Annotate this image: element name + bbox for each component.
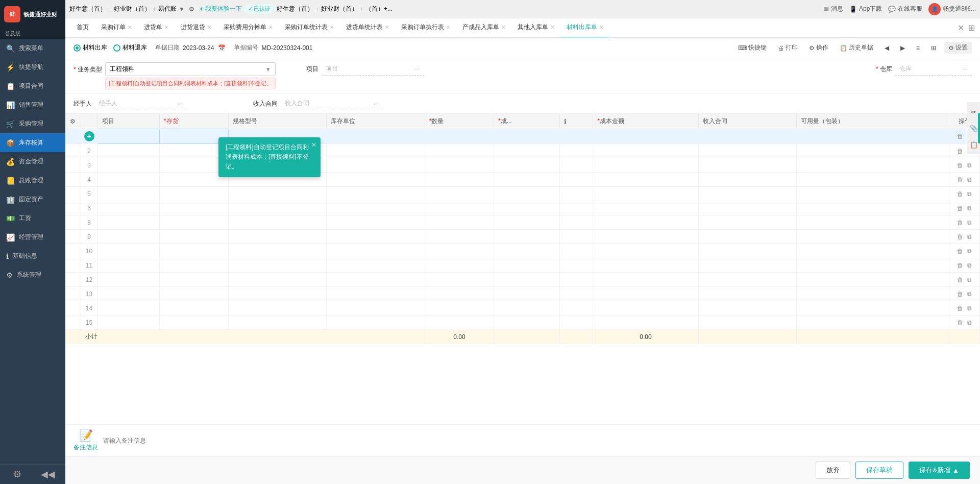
row-cell[interactable] [698,158,796,173]
row-cell[interactable] [229,215,327,230]
row-cell[interactable] [698,201,796,215]
row-cell[interactable] [425,316,494,330]
tooltip-close-btn[interactable]: ✕ [311,140,316,150]
row-cell[interactable] [593,301,698,316]
row-cell[interactable] [97,316,159,330]
sidebar-item-nav[interactable]: ⚡ 快捷导航 [0,58,65,77]
delete-row-icon[interactable]: 🗑 [957,133,963,140]
add-row-btn[interactable]: + [84,131,94,141]
print-btn[interactable]: 🖨 打印 [775,42,801,53]
row-cell[interactable] [229,244,327,258]
row-cell[interactable] [327,215,425,230]
tab-home[interactable]: 首页 [70,18,95,38]
row-cell[interactable] [796,273,949,287]
row-cell[interactable] [425,244,494,258]
shortcut-btn[interactable]: ⌨ 快捷键 [735,42,770,53]
row-cell[interactable] [796,301,949,316]
tab-incoming-return[interactable]: 进货退货 ✕ [175,18,217,38]
list-view-btn[interactable]: ≡ [913,43,923,53]
delete-row-icon[interactable]: 🗑 [957,190,963,198]
row-cell[interactable] [796,258,949,273]
row-cell[interactable] [159,244,228,258]
user-avatar[interactable]: 👤 畅捷通8账... [928,3,976,15]
sidebar-item-purchase[interactable]: 🛒 采购管理 [0,114,65,133]
sidebar-item-ledger[interactable]: 📒 总账管理 [0,171,65,190]
row-cell[interactable] [229,258,327,273]
sidebar-item-inventory[interactable]: 📦 库存核算 [0,133,65,152]
row-cell[interactable] [494,144,559,158]
copy-row-icon[interactable]: ⧉ [967,305,972,312]
row-cell[interactable] [494,316,559,330]
sidebar-item-assets[interactable]: 🏢 固定资产 [0,190,65,209]
delete-row-icon[interactable]: 🗑 [957,276,963,283]
row-cell[interactable] [159,230,228,244]
row-cell[interactable] [698,316,796,330]
row-cell[interactable] [97,273,159,287]
row-cell[interactable] [698,230,796,244]
row-cell[interactable] [796,215,949,230]
copy-row-icon[interactable]: ⧉ [967,291,972,298]
history-btn[interactable]: 📋 历史单据 [837,42,876,53]
topbar-tag-finance[interactable]: 好业财（首） [114,5,151,13]
row-cell[interactable] [229,316,327,330]
topbar-verified[interactable]: ✓ 已认证 [244,4,275,14]
row-cell[interactable] [796,287,949,301]
tab-more-icon[interactable]: ⊞ [968,23,975,33]
sidebar-settings-btn[interactable]: ⚙ [4,469,31,480]
row-cell[interactable] [494,273,559,287]
radio-material-out[interactable]: 材料出库 [74,43,107,52]
copy-row-icon[interactable]: ⧉ [967,176,972,183]
tab-product-storage[interactable]: 产成品入库单 ✕ [456,18,511,38]
topbar-tag-more[interactable]: （首）+... [365,5,393,13]
row-cell[interactable] [796,173,949,187]
row-cell[interactable] [97,173,159,187]
tab-incoming-stats[interactable]: 进货单统计表 ✕ [340,18,395,38]
row-cell[interactable] [425,287,494,301]
row-cell[interactable] [159,273,228,287]
row-cell[interactable] [593,173,698,187]
row-cell[interactable] [97,201,159,215]
row-cell[interactable] [593,215,698,230]
tab-close-icon[interactable]: ✕ [207,25,211,30]
row-cell[interactable] [327,187,425,201]
row-project-cell[interactable] [97,129,159,144]
save-draft-button[interactable]: 保存草稿 [855,462,903,479]
row-cell[interactable] [494,244,559,258]
row-cell[interactable] [494,301,559,316]
row-cell[interactable] [796,316,949,330]
row-cell[interactable] [593,187,698,201]
row-cell[interactable] [327,287,425,301]
row-cell[interactable] [229,201,327,215]
copy-row-icon[interactable]: ⧉ [967,262,972,269]
row-cell[interactable] [327,144,425,158]
row-cell[interactable] [593,230,698,244]
copy-row-icon[interactable]: ⧉ [967,162,972,169]
discard-button[interactable]: 放弃 [816,462,850,479]
tab-close-icon[interactable]: ✕ [599,25,603,30]
topbar-tag-agent[interactable]: 易代账 [158,5,177,13]
notes-input[interactable] [103,437,972,444]
row-cell[interactable] [796,201,949,215]
grid-view-btn[interactable]: ⊞ [928,43,939,53]
row-cell[interactable] [327,244,425,258]
tab-purchase-expense[interactable]: 采购费用分摊单 ✕ [217,18,279,38]
app-download-btn[interactable]: 📱 App下载 [849,5,882,13]
online-service-btn[interactable]: 💬 在线客服 [888,5,922,13]
delete-row-icon[interactable]: 🗑 [957,205,963,212]
row-cell[interactable] [229,187,327,201]
sidebar-item-basics[interactable]: ℹ 基础信息 [0,247,65,265]
tab-other-storage[interactable]: 其他入库单 ✕ [511,18,560,38]
more-icon[interactable]: ··· [414,65,420,72]
row-cell[interactable] [425,230,494,244]
row-cell[interactable] [425,301,494,316]
delete-row-icon[interactable]: 🗑 [957,248,963,255]
date-value[interactable]: 2023-03-24 [183,44,214,52]
handler-input[interactable]: 经手人 ··· [95,97,187,110]
sidebar-item-sales[interactable]: 📊 销售管理 [0,95,65,114]
row-cell[interactable] [229,287,327,301]
prev-btn[interactable]: ◀ [881,43,892,53]
row-cell[interactable] [796,187,949,201]
tab-close-icon[interactable]: ✕ [550,25,554,30]
row-cell[interactable] [425,187,494,201]
row-cell[interactable] [796,158,949,173]
